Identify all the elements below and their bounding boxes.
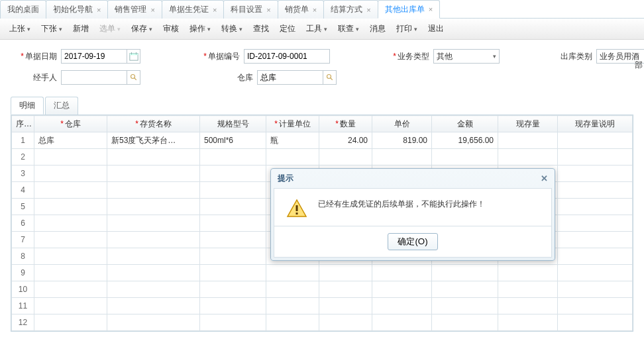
table-row[interactable]: 11 <box>12 298 633 314</box>
detail-tabs: 明细 汇总 <box>11 97 633 115</box>
cell-seq: 10 <box>12 281 34 298</box>
table-row[interactable]: 12 <box>12 314 633 331</box>
search-icon[interactable] <box>127 70 140 85</box>
convert-button[interactable]: 转换▾ <box>221 23 242 34</box>
link-button[interactable]: 联查▾ <box>338 23 359 34</box>
tab-0[interactable]: 我的桌面 <box>0 0 46 19</box>
close-icon[interactable]: × <box>313 6 317 14</box>
tab-7[interactable]: 其他出库单× <box>378 0 440 19</box>
table-row[interactable]: 10 <box>12 281 633 298</box>
table-row[interactable]: 9 <box>12 265 633 281</box>
svg-point-4 <box>131 75 134 79</box>
table-row[interactable]: 2 <box>12 149 633 166</box>
cell-warehouse[interactable]: 总库 <box>34 132 107 149</box>
no-label: *单据编号 <box>193 51 240 62</box>
tab-summary[interactable]: 汇总 <box>45 97 78 115</box>
svg-rect-10 <box>296 213 298 215</box>
cell-seq: 7 <box>12 232 34 248</box>
cell-seq: 4 <box>12 182 34 199</box>
close-icon[interactable]: × <box>213 6 217 14</box>
col-warehouse: *仓库 <box>34 116 107 132</box>
no-input[interactable] <box>244 49 330 64</box>
grid-header: 序号 *仓库 *存货名称 规格型号 *计量单位 *数量 单价 金额 现存量 现存… <box>12 116 633 132</box>
col-seq: 序号 <box>12 116 34 132</box>
search-icon[interactable] <box>323 70 337 85</box>
tab-label: 科目设置 <box>231 4 262 15</box>
tab-label: 结算方式 <box>331 4 362 15</box>
save-button[interactable]: 保存▾ <box>131 23 152 34</box>
cell-seq: 3 <box>12 166 34 182</box>
col-stock: 现存量 <box>498 116 558 132</box>
tab-label: 销售管理 <box>115 4 146 15</box>
close-icon[interactable]: ✕ <box>541 173 548 183</box>
close-icon[interactable]: × <box>266 6 270 14</box>
tab-label: 初始化导航 <box>53 4 93 15</box>
tab-4[interactable]: 科目设置× <box>223 0 278 19</box>
cell-qty[interactable]: 24.00 <box>319 132 372 149</box>
dialog-title: 提示 <box>278 173 294 184</box>
print-button[interactable]: 打印▾ <box>396 23 417 34</box>
cell-price[interactable]: 819.00 <box>372 132 432 149</box>
tab-2[interactable]: 销售管理× <box>107 0 162 19</box>
tab-1[interactable]: 初始化导航× <box>46 0 108 19</box>
cell-seq: 1 <box>12 132 34 149</box>
cell-seq: 6 <box>12 215 34 232</box>
warning-icon <box>286 198 307 219</box>
query-button[interactable]: 查找 <box>253 23 269 34</box>
tab-5[interactable]: 销货单× <box>278 0 324 19</box>
cell-spec[interactable]: 500ml*6 <box>200 132 266 149</box>
cell-unit[interactable]: 瓶 <box>266 132 319 149</box>
table-row[interactable]: 1总库新53度飞天茅台…500ml*6瓶24.00819.0019,656.00 <box>12 132 633 149</box>
close-icon[interactable]: × <box>150 6 154 14</box>
tools-button[interactable]: 工具▾ <box>306 23 327 34</box>
warehouse-input[interactable] <box>257 70 323 85</box>
locate-button[interactable]: 定位 <box>280 23 295 34</box>
svg-point-6 <box>327 75 331 79</box>
calendar-icon[interactable] <box>127 49 140 64</box>
cell-stocknote[interactable] <box>558 132 633 149</box>
tab-6[interactable]: 结算方式× <box>323 0 378 19</box>
tab-detail[interactable]: 明细 <box>11 97 44 115</box>
handler-input[interactable] <box>61 70 127 85</box>
warehouse-label: 仓库 <box>207 72 253 83</box>
close-icon[interactable]: × <box>366 6 370 14</box>
svg-rect-1 <box>129 54 137 56</box>
dialog-message: 已经有生成凭证的后续单据，不能执行此操作！ <box>318 198 485 211</box>
message-button[interactable]: 消息 <box>370 23 386 34</box>
next-button[interactable]: 下张▾ <box>41 23 62 34</box>
cell-seq: 12 <box>12 314 34 331</box>
alert-dialog: 提示 ✕ 已经有生成凭证的后续单据，不能执行此操作！ 确定(O) <box>270 168 555 261</box>
date-input[interactable] <box>61 49 127 64</box>
tab-label: 单据生凭证 <box>169 4 209 15</box>
cell-seq: 8 <box>12 248 34 265</box>
dept-label: 部 <box>633 60 644 71</box>
prev-button[interactable]: 上张▾ <box>9 23 30 34</box>
cell-item[interactable]: 新53度飞天茅台… <box>107 132 200 149</box>
svg-rect-9 <box>296 205 298 211</box>
biztype-label: *业务类型 <box>383 51 429 62</box>
form-area: *单据日期 *单据编号 *业务类型 其他▾ 出库类别 业务员用酒▾ 经手人 <box>0 40 644 97</box>
tab-label: 销货单 <box>285 4 309 15</box>
close-icon[interactable]: × <box>429 5 433 13</box>
cell-seq: 11 <box>12 298 34 314</box>
app-tabs: 我的桌面初始化导航×销售管理×单据生凭证×科目设置×销货单×结算方式×其他出库单… <box>0 0 644 19</box>
add-button[interactable]: 新增 <box>73 23 89 34</box>
col-qty: *数量 <box>319 116 372 132</box>
cell-seq: 9 <box>12 265 34 281</box>
biztype-select[interactable]: 其他▾ <box>433 49 500 64</box>
col-price: 单价 <box>372 116 432 132</box>
col-amount: 金额 <box>432 116 498 132</box>
tab-3[interactable]: 单据生凭证× <box>162 0 224 19</box>
close-icon[interactable]: × <box>97 6 101 14</box>
cell-stock[interactable] <box>498 132 558 149</box>
tab-label: 我的桌面 <box>7 4 39 15</box>
cell-seq: 5 <box>12 199 34 215</box>
ok-button[interactable]: 确定(O) <box>388 233 437 250</box>
svg-line-5 <box>134 78 136 80</box>
exit-button[interactable]: 退出 <box>428 23 444 34</box>
toolbar: 上张▾ 下张▾ 新增 选单▾ 保存▾ 审核 操作▾ 转换▾ 查找 定位 工具▾ … <box>0 19 644 40</box>
audit-button[interactable]: 审核 <box>163 23 179 34</box>
cell-amount[interactable]: 19,656.00 <box>432 132 498 149</box>
dialog-title-bar[interactable]: 提示 ✕ <box>271 169 555 188</box>
action-button[interactable]: 操作▾ <box>189 23 211 34</box>
